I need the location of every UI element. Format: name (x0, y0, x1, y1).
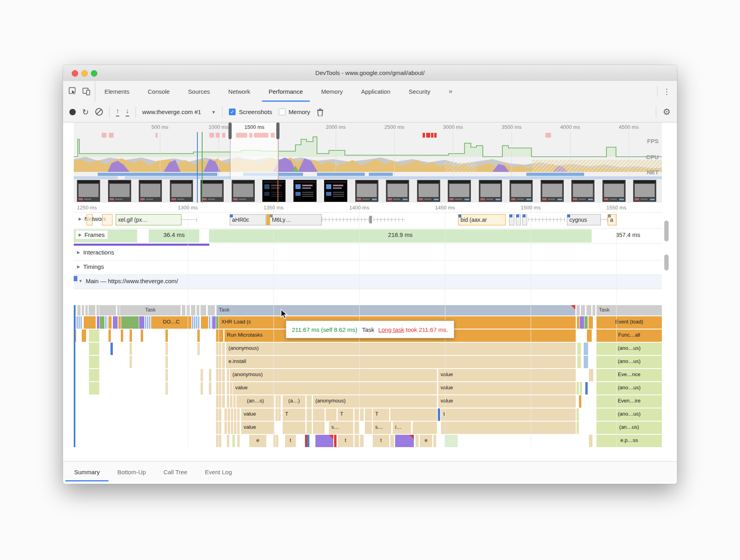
flame-bar[interactable] (228, 408, 230, 421)
flame-bar[interactable] (365, 422, 372, 434)
flame-bar[interactable] (85, 305, 88, 315)
flame-bar-e[interactable]: e (420, 435, 432, 447)
flame-bar[interactable] (334, 435, 337, 447)
flame-bar[interactable] (117, 305, 120, 315)
flame-bar[interactable] (130, 329, 132, 342)
flame-bar[interactable] (100, 316, 104, 329)
flame-bar[interactable] (216, 356, 218, 368)
flame-bar-eve-nce[interactable]: Eve…nce (596, 369, 662, 381)
flame-bar[interactable] (96, 305, 99, 315)
flame-bar[interactable] (118, 316, 121, 329)
flame-bar[interactable] (315, 435, 333, 447)
flame-bar[interactable] (82, 329, 86, 342)
clear-recordings-icon[interactable] (95, 108, 103, 116)
flame-bar[interactable] (577, 343, 581, 355)
flame-bar-t[interactable]: T (338, 408, 353, 421)
flame-bar[interactable] (581, 305, 585, 315)
device-toolbar-icon[interactable] (82, 87, 91, 96)
flame-bar-e-install[interactable]: e.install (226, 356, 576, 368)
memory-checkbox[interactable] (279, 108, 285, 115)
screenshot-filmstrip[interactable] (74, 179, 662, 203)
flame-bar-e-p-ss[interactable]: e.p…ss (596, 435, 662, 447)
flame-bar[interactable] (237, 435, 240, 447)
flame-bar[interactable] (216, 408, 218, 421)
flame-bar[interactable] (219, 329, 223, 342)
filmstrip-frame[interactable] (571, 180, 594, 202)
flame-bar[interactable] (182, 305, 185, 315)
tabs-overflow-icon[interactable]: » (439, 81, 461, 102)
flame-bar[interactable] (584, 343, 588, 355)
flame-bar[interactable] (360, 408, 364, 421)
flame-bar[interactable] (231, 408, 233, 421)
flame-bar[interactable] (216, 329, 218, 342)
flame-bar[interactable] (99, 305, 116, 315)
flame-bar[interactable] (219, 343, 221, 355)
filmstrip-frame[interactable] (232, 180, 255, 202)
flame-bar--ano-us-[interactable]: (ano…us) (596, 356, 662, 368)
flame-bar[interactable] (121, 329, 123, 342)
filmstrip-frame[interactable] (479, 180, 502, 202)
bottom-tab-call-tree[interactable]: Call Tree (155, 461, 196, 482)
timings-lane[interactable]: ▶ Timings (74, 260, 662, 275)
flame-bar[interactable] (89, 329, 99, 342)
flame-bar[interactable] (224, 422, 227, 434)
flame-bar[interactable] (219, 382, 221, 394)
main-thread-lane-header[interactable]: ▼ Main — https://www.theverge.com/ (74, 275, 662, 289)
flame-bar[interactable] (445, 435, 458, 447)
flame-bar[interactable] (219, 408, 221, 421)
flame-bar-value[interactable]: value (438, 382, 576, 394)
flame-bar-value[interactable]: value (233, 382, 437, 394)
flame-bar[interactable] (313, 408, 325, 421)
flame-bar[interactable] (141, 329, 143, 342)
flame-bar[interactable] (592, 305, 595, 315)
flame-bar[interactable] (108, 316, 112, 329)
filmstrip-frame[interactable] (417, 180, 440, 202)
flame-bar[interactable] (191, 305, 195, 315)
devtools-menu-icon[interactable]: ⋮ (663, 88, 671, 95)
flame-bar[interactable] (307, 395, 312, 408)
tab-performance[interactable]: Performance (260, 81, 312, 102)
flame-bar[interactable] (354, 435, 359, 447)
filmstrip-frame[interactable] (170, 180, 193, 202)
bottom-tab-event-log[interactable]: Event Log (196, 461, 241, 482)
flame-bar[interactable] (145, 316, 150, 329)
flame-bar[interactable] (165, 343, 168, 355)
flame-bar[interactable] (82, 305, 84, 315)
tab-memory[interactable]: Memory (312, 81, 352, 102)
flame-bar--a-[interactable]: (a…) (283, 395, 305, 408)
selection-right-handle[interactable] (276, 122, 279, 139)
flame-bar[interactable] (216, 382, 218, 394)
flame-bar[interactable] (197, 305, 199, 315)
profile-select[interactable]: www.theverge.com #1 ▼ (142, 108, 216, 115)
screenshots-toggle[interactable]: ✓ Screenshots (229, 108, 272, 115)
flame-bar[interactable] (139, 316, 144, 329)
delete-recording-icon[interactable] (317, 108, 324, 116)
flame-bar[interactable] (75, 316, 83, 329)
flame-bar--ano-us-[interactable]: (ano…us) (596, 408, 662, 421)
flame-bar[interactable] (201, 316, 208, 329)
flame-bar-value[interactable]: value (241, 408, 274, 421)
flame-bar-task[interactable]: Task (596, 305, 662, 315)
flame-bar[interactable] (313, 422, 325, 434)
flame-bar[interactable] (222, 382, 225, 394)
network-request-chip[interactable] (87, 214, 92, 225)
flame-bar-t[interactable]: T (283, 408, 305, 421)
flame-bar[interactable] (219, 395, 221, 408)
flame-bar[interactable] (360, 435, 364, 447)
flame-bar[interactable] (130, 356, 132, 368)
filmstrip-frame[interactable] (602, 180, 626, 202)
selection-left-handle[interactable] (228, 122, 232, 139)
tab-elements[interactable]: Elements (95, 81, 139, 102)
filmstrip-frame[interactable] (324, 180, 347, 202)
gear-icon[interactable]: ⚙ (663, 107, 671, 117)
flame-bar[interactable] (89, 305, 95, 315)
flame-bar[interactable] (580, 316, 584, 329)
flame-bar[interactable] (165, 356, 168, 368)
flame-bar[interactable] (216, 369, 218, 381)
filmstrip-frame[interactable] (77, 180, 100, 202)
flame-bar-t[interactable]: t (285, 435, 296, 447)
flame-bar[interactable] (354, 408, 359, 421)
flame-bar[interactable] (227, 435, 229, 447)
filmstrip-frame[interactable] (355, 180, 378, 202)
network-request-chip[interactable]: M6Ly… (270, 214, 322, 225)
